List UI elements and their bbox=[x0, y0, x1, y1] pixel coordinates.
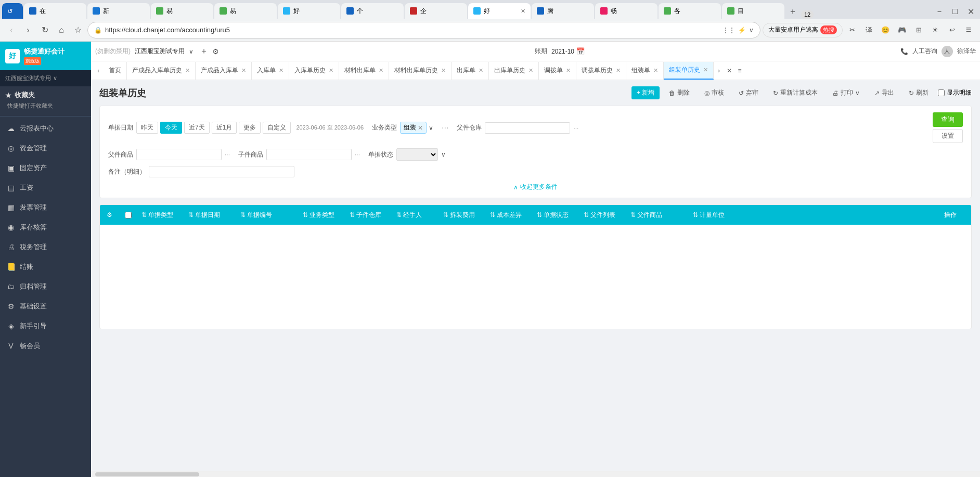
tab-12[interactable]: 目 bbox=[722, 3, 784, 19]
biztype-dropdown[interactable]: ∨ bbox=[429, 124, 433, 132]
grid-icon[interactable]: ⊞ bbox=[911, 23, 926, 37]
remark-input[interactable] bbox=[149, 166, 294, 177]
warehouse-input[interactable] bbox=[485, 122, 570, 134]
refresh-button[interactable]: ↻ 刷新 bbox=[904, 86, 934, 99]
favorites-shortcut[interactable]: 快捷键打开收藏夹 bbox=[5, 102, 86, 110]
recalculate-button[interactable]: ↻ 重新计算成本 bbox=[768, 86, 823, 99]
sidebar-item-closing[interactable]: 📒 结账 bbox=[0, 257, 91, 277]
query-button[interactable]: 查询 bbox=[933, 112, 963, 127]
tab-3[interactable]: 易 bbox=[151, 3, 213, 19]
content-tab-5-close[interactable]: ✕ bbox=[379, 67, 383, 74]
tab-2[interactable]: 新 bbox=[87, 3, 150, 19]
col-parent-goods[interactable]: ⇅ 父件商品 bbox=[626, 211, 689, 220]
settings-top-icon[interactable]: ⚙ bbox=[212, 47, 219, 56]
col-bill-no[interactable]: ⇅ 单据编号 bbox=[236, 211, 299, 220]
tab-nav-right[interactable]: › bbox=[714, 62, 724, 80]
bill-status-select[interactable] bbox=[396, 148, 438, 161]
close-window-button[interactable]: ✕ bbox=[963, 4, 978, 19]
delete-button[interactable]: 🗑 删除 bbox=[664, 86, 695, 99]
tab-1[interactable]: 在 bbox=[24, 3, 86, 19]
tab-close-current[interactable]: ✕ bbox=[724, 62, 734, 80]
biztype-more-dots[interactable]: ··· bbox=[442, 123, 448, 133]
date-btn-1month[interactable]: 近1月 bbox=[212, 122, 237, 134]
content-tab-12-close[interactable]: ✕ bbox=[703, 67, 708, 73]
sidebar-item-invoice[interactable]: ▦ 发票管理 bbox=[0, 198, 91, 217]
col-cost-diff[interactable]: ⇅ 成本差异 bbox=[486, 211, 533, 220]
new-tab-button[interactable]: ＋ bbox=[785, 4, 800, 19]
bill-status-dropdown[interactable]: ∨ bbox=[441, 151, 446, 158]
minimize-button[interactable]: － bbox=[932, 4, 947, 19]
sidebar-item-cloud-report[interactable]: ☁ 云报表中心 bbox=[0, 119, 91, 138]
sidebar-item-tax[interactable]: 🖨 税务管理 bbox=[0, 237, 91, 257]
tab-7[interactable]: 企 bbox=[405, 3, 467, 19]
sidebar-item-settings[interactable]: ⚙ 基础设置 bbox=[0, 296, 91, 316]
content-tab-5[interactable]: 材料出库单 ✕ bbox=[339, 62, 389, 80]
set-button[interactable]: 设置 bbox=[933, 129, 963, 143]
scrollbar-thumb[interactable] bbox=[95, 472, 199, 476]
sidebar-item-fixed-asset[interactable]: ▣ 固定资产 bbox=[0, 158, 91, 178]
home-button[interactable]: ⌂ bbox=[54, 23, 69, 37]
content-tab-6[interactable]: 材料出库单历史 ✕ bbox=[389, 62, 452, 80]
sub-goods-input[interactable] bbox=[266, 149, 352, 160]
content-tab-10-close[interactable]: ✕ bbox=[616, 67, 621, 74]
sidebar-item-member[interactable]: V 畅会员 bbox=[0, 336, 91, 356]
game-icon[interactable]: 🎮 bbox=[895, 23, 909, 37]
forward-button[interactable]: › bbox=[21, 23, 35, 37]
tab-more-options[interactable]: ≡ bbox=[734, 62, 745, 80]
content-tab-1[interactable]: 产成品入库单历史 ✕ bbox=[127, 62, 196, 80]
bookmark-button[interactable]: ☆ bbox=[71, 23, 85, 37]
address-expand-btn[interactable]: ∨ bbox=[749, 27, 754, 34]
date-btn-custom[interactable]: 自定义 bbox=[263, 122, 291, 134]
tab-9[interactable]: 腾 bbox=[532, 3, 594, 19]
add-company-icon[interactable]: ＋ bbox=[200, 46, 208, 57]
col-bill-status[interactable]: ⇅ 单据状态 bbox=[533, 211, 579, 220]
content-tab-home[interactable]: 首页 bbox=[104, 62, 127, 80]
col-sub-warehouse[interactable]: ⇅ 子件仓库 bbox=[345, 211, 392, 220]
back-button[interactable]: ‹ bbox=[4, 23, 19, 37]
abandon-button[interactable]: ↺ 弃审 bbox=[733, 86, 764, 99]
calendar-icon[interactable]: 📅 bbox=[576, 47, 585, 55]
warehouse-more-dots[interactable]: ··· bbox=[573, 124, 578, 132]
translate-icon[interactable]: 译 bbox=[861, 23, 876, 37]
parent-goods-input[interactable] bbox=[136, 149, 222, 160]
undo-icon[interactable]: ↩ bbox=[945, 23, 959, 37]
restore-button[interactable]: □ bbox=[948, 4, 962, 19]
print-button[interactable]: 🖨 打印 ∨ bbox=[827, 86, 865, 99]
tab-6[interactable]: 个 bbox=[341, 3, 404, 19]
company-dropdown-top[interactable]: ∨ bbox=[189, 48, 194, 55]
col-disassemble-fee[interactable]: ⇅ 拆装费用 bbox=[439, 211, 486, 220]
tab-4[interactable]: 易 bbox=[214, 3, 277, 19]
content-tab-3[interactable]: 入库单 ✕ bbox=[252, 62, 289, 80]
search-bar[interactable]: 大量安卓用户逃离 热搜 bbox=[763, 23, 843, 37]
col-unit[interactable]: ⇅ 计量单位 bbox=[689, 211, 736, 220]
content-tab-7[interactable]: 出库单 ✕ bbox=[452, 62, 489, 80]
emoji-icon[interactable]: 😊 bbox=[878, 23, 893, 37]
tab-0[interactable]: ↺ bbox=[2, 3, 23, 19]
date-btn-today[interactable]: 今天 bbox=[160, 122, 182, 134]
tab-11[interactable]: 各 bbox=[659, 3, 721, 19]
show-detail-checkbox-wrap[interactable]: 显示明细 bbox=[938, 88, 972, 97]
sub-goods-more[interactable]: ··· bbox=[355, 151, 360, 158]
content-tab-11-close[interactable]: ✕ bbox=[653, 67, 658, 74]
content-tab-8-close[interactable]: ✕ bbox=[528, 67, 533, 74]
tab-10[interactable]: 畅 bbox=[595, 3, 657, 19]
table-settings-col[interactable]: ⚙ bbox=[100, 211, 119, 218]
sidebar-item-payroll[interactable]: ▤ 工资 bbox=[0, 178, 91, 198]
date-btn-more[interactable]: 更多 bbox=[239, 122, 261, 134]
content-tab-9-close[interactable]: ✕ bbox=[566, 67, 571, 74]
sidebar-item-archive[interactable]: 🗂 归档管理 bbox=[0, 277, 91, 296]
content-tab-4-close[interactable]: ✕ bbox=[329, 67, 333, 74]
audit-button[interactable]: ◎ 审核 bbox=[699, 86, 729, 99]
help-label[interactable]: 人工咨询 bbox=[912, 47, 937, 56]
col-bill-type[interactable]: ⇅ 单据类型 bbox=[137, 211, 184, 220]
content-tab-2[interactable]: 产成品入库单 ✕ bbox=[196, 62, 252, 80]
new-button[interactable]: + 新增 bbox=[631, 86, 660, 99]
address-bar[interactable]: 🔒 https://cloud.chanjet.com/accounting/u… bbox=[87, 22, 760, 38]
horizontal-scrollbar[interactable] bbox=[91, 471, 980, 477]
content-tab-6-close[interactable]: ✕ bbox=[441, 67, 446, 74]
col-bill-date[interactable]: ⇅ 单据日期 bbox=[184, 211, 236, 220]
content-tab-9[interactable]: 调拨单 ✕ bbox=[539, 62, 576, 80]
content-tab-4[interactable]: 入库单历史 ✕ bbox=[289, 62, 339, 80]
reload-button[interactable]: ↻ bbox=[37, 23, 52, 37]
parent-goods-more[interactable]: ··· bbox=[225, 151, 230, 158]
